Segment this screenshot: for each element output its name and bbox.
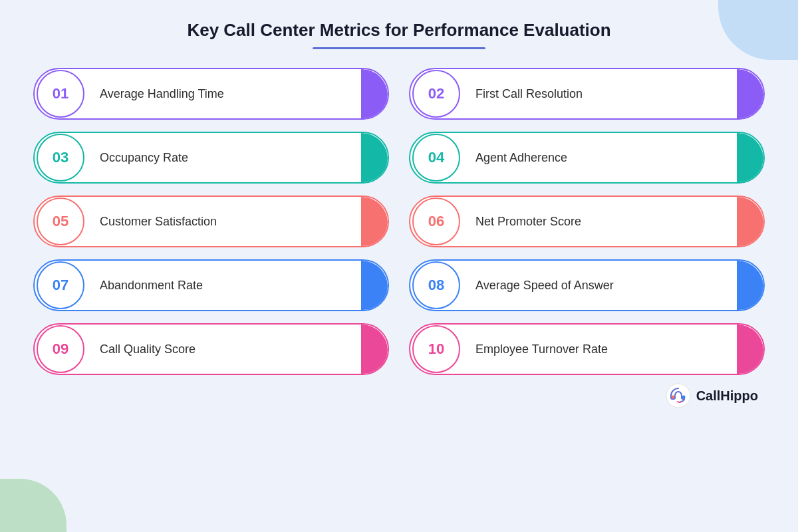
metric-number-02: 02 — [412, 70, 460, 118]
metric-accent-02 — [737, 69, 763, 120]
metric-card-03: 03Occupancy Rate — [33, 132, 389, 184]
logo-text: CallHippo — [696, 388, 758, 404]
metric-wrapper-06: 06Net Promoter Score — [409, 196, 765, 247]
page-title: Key Call Center Metrics for Performance … — [187, 20, 610, 41]
metric-card-01: 01Average Handling Time — [33, 68, 389, 120]
callhippo-logo-icon — [666, 383, 691, 408]
metric-wrapper-03: 03Occupancy Rate — [33, 132, 389, 184]
metric-card-09: 09Call Quality Score — [33, 323, 389, 375]
metric-number-01: 01 — [37, 70, 84, 118]
metric-card-08: 08Average Speed of Answer — [409, 259, 765, 311]
svg-point-0 — [666, 384, 690, 408]
logo-section: CallHippo — [666, 383, 758, 408]
metric-number-06: 06 — [412, 198, 460, 245]
metric-accent-04 — [737, 133, 763, 184]
metric-card-05: 05Customer Satisfaction — [33, 196, 389, 247]
metric-label-04: Agent Adherence — [462, 151, 763, 165]
metric-accent-09 — [361, 325, 388, 375]
metric-number-03: 03 — [37, 134, 84, 182]
metric-accent-03 — [361, 133, 388, 184]
metric-label-02: First Call Resolution — [462, 87, 763, 101]
metric-accent-08 — [737, 261, 763, 311]
metric-wrapper-10: 10Employee Turnover Rate — [409, 323, 765, 375]
metric-number-08: 08 — [412, 261, 460, 309]
svg-point-2 — [682, 396, 685, 399]
metric-number-09: 09 — [37, 325, 84, 373]
metric-label-01: Average Handling Time — [86, 87, 388, 101]
metric-wrapper-07: 07Abandonment Rate — [33, 259, 389, 311]
metric-label-10: Employee Turnover Rate — [462, 342, 763, 356]
metric-label-06: Net Promoter Score — [462, 215, 763, 229]
metric-wrapper-09: 09Call Quality Score — [33, 323, 389, 375]
metric-accent-10 — [737, 325, 763, 375]
metric-card-07: 07Abandonment Rate — [33, 259, 389, 311]
metric-wrapper-01: 01Average Handling Time — [33, 68, 389, 120]
metric-accent-05 — [361, 197, 388, 247]
metric-accent-01 — [361, 69, 388, 120]
metric-accent-07 — [361, 261, 388, 311]
metric-number-07: 07 — [37, 261, 84, 309]
metric-number-10: 10 — [412, 325, 460, 373]
metric-wrapper-08: 08Average Speed of Answer — [409, 259, 765, 311]
metric-card-02: 02First Call Resolution — [409, 68, 765, 120]
metric-label-08: Average Speed of Answer — [462, 279, 763, 293]
metric-label-03: Occupancy Rate — [86, 151, 388, 165]
title-section: Key Call Center Metrics for Performance … — [187, 20, 610, 63]
metrics-grid: 01Average Handling Time02First Call Reso… — [33, 68, 765, 375]
metric-wrapper-05: 05Customer Satisfaction — [33, 196, 389, 247]
metric-label-07: Abandonment Rate — [86, 279, 388, 293]
metric-number-05: 05 — [37, 198, 84, 245]
metric-wrapper-02: 02First Call Resolution — [409, 68, 765, 120]
metric-card-06: 06Net Promoter Score — [409, 196, 765, 247]
metric-number-04: 04 — [412, 134, 460, 182]
page-container: Key Call Center Metrics for Performance … — [0, 0, 798, 532]
metric-label-05: Customer Satisfaction — [86, 215, 388, 229]
title-underline — [313, 47, 485, 49]
metric-wrapper-04: 04Agent Adherence — [409, 132, 765, 184]
metric-card-10: 10Employee Turnover Rate — [409, 323, 765, 375]
metric-accent-06 — [737, 197, 763, 247]
metric-card-04: 04Agent Adherence — [409, 132, 765, 184]
metric-label-09: Call Quality Score — [86, 342, 388, 356]
svg-point-1 — [671, 396, 674, 399]
